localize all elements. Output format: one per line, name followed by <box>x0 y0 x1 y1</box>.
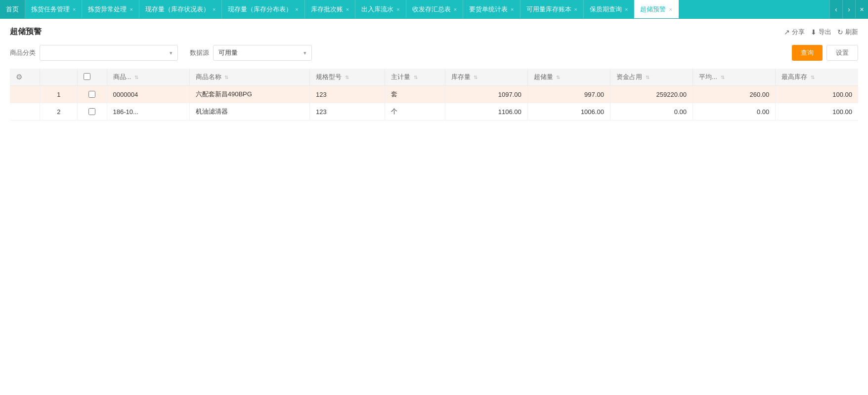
nav-item-inventory-dist[interactable]: 现存量（库存分布表） × <box>222 0 304 19</box>
filter-datasource: 数据源 可用量 ▾ <box>190 45 312 61</box>
export-label: 导出 <box>819 28 831 37</box>
nav-item-inventory-status[interactable]: 现存量（库存状况表） × <box>139 0 222 19</box>
row-checkbox[interactable] <box>88 91 95 98</box>
nav-close-inventory-status[interactable]: × <box>213 6 216 12</box>
col-header-avg[interactable]: 平均... ⇅ <box>693 69 776 86</box>
export-button[interactable]: ⬇ 导出 <box>811 28 831 37</box>
nav-item-inventory-status-label: 现存量（库存状况表） <box>145 5 210 14</box>
refresh-button[interactable]: ↻ 刷新 <box>837 28 858 37</box>
sort-icon-stock: ⇅ <box>474 75 477 80</box>
sort-icon-code: ⇅ <box>134 75 138 80</box>
col-header-spec[interactable]: 规格型号 ⇅ <box>309 69 385 86</box>
refresh-label: 刷新 <box>845 28 858 37</box>
table-gear-icon[interactable]: ⚙ <box>16 73 22 81</box>
nav-item-home[interactable]: 首页 <box>0 0 25 19</box>
row-checkbox[interactable] <box>88 108 95 115</box>
nav-item-quality-check-label: 保质期查询 <box>590 5 622 14</box>
nav-item-abnormal[interactable]: 拣货异常处理 × <box>82 0 139 19</box>
nav-close-inout-flow[interactable]: × <box>396 6 399 12</box>
nav-close-overstock-warning[interactable]: × <box>669 6 672 12</box>
top-nav: 首页 拣货任务管理 × 拣货异常处理 × 现存量（库存状况表） × 现存量（库存… <box>0 0 868 19</box>
row-unit-cell: 套 <box>385 86 445 103</box>
nav-close-collect-summary[interactable]: × <box>454 6 457 12</box>
sort-icon-avg: ⇅ <box>721 75 725 80</box>
nav-next-button[interactable]: › <box>842 0 855 19</box>
filter-row: 商品分类 ▾ 数据源 可用量 ▾ 查询 设置 <box>10 45 858 61</box>
datasource-label: 数据源 <box>190 48 209 57</box>
nav-item-collect-summary[interactable]: 收发存汇总表 × <box>406 0 463 19</box>
datasource-select[interactable]: 可用量 ▾ <box>213 45 312 61</box>
row-spec-cell: 123 <box>309 86 385 103</box>
nav-item-quality-check[interactable]: 保质期查询 × <box>584 0 634 19</box>
select-all-checkbox[interactable] <box>84 73 90 80</box>
sort-icon-overstock: ⇅ <box>556 75 560 80</box>
share-icon: ↗ <box>784 28 790 36</box>
nav-item-abnormal-label: 拣货异常处理 <box>88 5 127 14</box>
nav-close-order-stats[interactable]: × <box>511 6 514 12</box>
col-header-capital[interactable]: 资金占用 ⇅ <box>610 69 693 86</box>
nav-item-task-mgmt-label: 拣货任务管理 <box>31 5 70 14</box>
sort-icon-unit: ⇅ <box>414 75 418 80</box>
nav-item-available-account[interactable]: 可用量库存账本 × <box>521 0 584 19</box>
nav-item-order-stats[interactable]: 要货单统计表 × <box>463 0 520 19</box>
nav-item-overstock-warning[interactable]: 超储预警 × <box>634 0 678 19</box>
nav-item-batch-account[interactable]: 库存批次账 × <box>305 0 355 19</box>
row-unit-cell: 个 <box>385 103 445 120</box>
row-spec-cell: 123 <box>309 103 385 120</box>
row-code-cell: 186-10... <box>107 103 189 120</box>
nav-close-available-account[interactable]: × <box>574 6 577 12</box>
nav-item-home-label: 首页 <box>6 5 19 14</box>
row-settings-cell <box>10 103 40 120</box>
filter-category: 商品分类 ▾ <box>10 45 178 61</box>
row-max-stock-cell: 100.00 <box>776 86 858 103</box>
row-no-cell: 2 <box>40 103 78 120</box>
nav-prev-button[interactable]: ‹ <box>829 0 842 19</box>
row-stock-cell: 1097.00 <box>445 86 527 103</box>
share-button[interactable]: ↗ 分享 <box>784 28 805 37</box>
col-header-no <box>40 69 78 86</box>
nav-item-inout-flow[interactable]: 出入库流水 × <box>355 0 406 19</box>
category-label: 商品分类 <box>10 48 36 57</box>
nav-close-batch-account[interactable]: × <box>346 6 349 12</box>
row-checkbox-cell <box>78 103 107 120</box>
row-name-cell: 机油滤清器 <box>189 103 309 120</box>
row-capital-cell: 259220.00 <box>610 86 693 103</box>
row-max-stock-cell: 100.00 <box>776 103 858 120</box>
col-header-unit[interactable]: 主计量 ⇅ <box>385 69 445 86</box>
row-avg-cell: 0.00 <box>693 103 776 120</box>
nav-close-inventory-dist[interactable]: × <box>295 6 298 12</box>
row-capital-cell: 0.00 <box>610 103 693 120</box>
page-header: 超储预警 ↗ 分享 ⬇ 导出 ↻ 刷新 <box>10 27 858 37</box>
refresh-icon: ↻ <box>837 28 843 36</box>
settings-button[interactable]: 设置 <box>826 45 858 61</box>
page-content: 超储预警 ↗ 分享 ⬇ 导出 ↻ 刷新 商品分类 ▾ 数据源 <box>0 19 868 395</box>
sort-icon-capital: ⇅ <box>646 75 650 80</box>
nav-item-batch-account-label: 库存批次账 <box>311 5 343 14</box>
nav-item-inout-flow-label: 出入库流水 <box>361 5 393 14</box>
header-actions: ↗ 分享 ⬇ 导出 ↻ 刷新 <box>784 28 858 37</box>
nav-item-order-stats-label: 要货单统计表 <box>469 5 508 14</box>
table-row: 1 0000004 六配套新昌490BPG 123 套 1097.00 997.… <box>10 86 858 103</box>
col-header-checkbox <box>78 69 107 86</box>
col-header-stock[interactable]: 库存量 ⇅ <box>445 69 527 86</box>
category-select[interactable]: ▾ <box>40 45 178 61</box>
table-header-row: ⚙ 商品... ⇅ 商品名称 ⇅ 规格型号 ⇅ <box>10 69 858 86</box>
nav-close-task-mgmt[interactable]: × <box>73 6 76 12</box>
nav-close-all-button[interactable]: × <box>855 0 868 19</box>
nav-item-overstock-warning-label: 超储预警 <box>640 5 666 14</box>
datasource-select-arrow: ▾ <box>304 50 306 56</box>
nav-item-inventory-dist-label: 现存量（库存分布表） <box>228 5 292 14</box>
col-header-max-stock[interactable]: 最高库存 ⇅ <box>776 69 858 86</box>
row-overstock-cell: 997.00 <box>527 86 610 103</box>
nav-close-quality-check[interactable]: × <box>625 6 628 12</box>
col-header-overstock[interactable]: 超储量 ⇅ <box>527 69 610 86</box>
col-header-code[interactable]: 商品... ⇅ <box>107 69 189 86</box>
share-label: 分享 <box>792 28 805 37</box>
export-icon: ⬇ <box>811 28 817 36</box>
col-header-settings: ⚙ <box>10 69 40 86</box>
nav-item-available-account-label: 可用量库存账本 <box>526 5 571 14</box>
col-header-name[interactable]: 商品名称 ⇅ <box>189 69 309 86</box>
nav-close-abnormal[interactable]: × <box>130 6 132 12</box>
query-button[interactable]: 查询 <box>792 45 823 61</box>
nav-item-task-mgmt[interactable]: 拣货任务管理 × <box>25 0 82 19</box>
